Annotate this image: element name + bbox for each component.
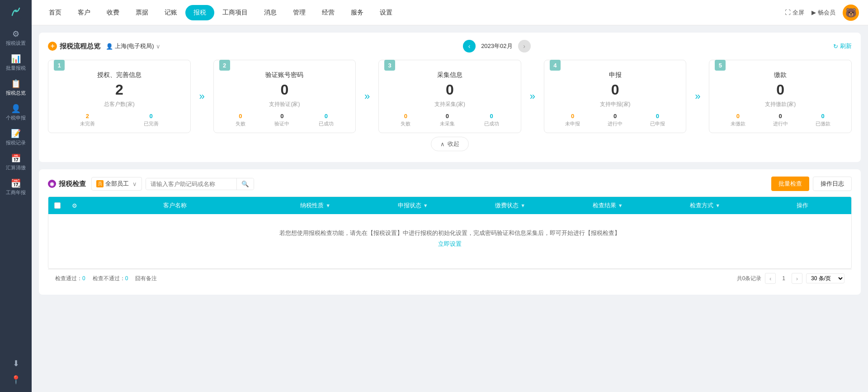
fail-count[interactable]: 0	[125, 275, 128, 282]
stat-declared-4: 0 已申报	[650, 113, 665, 127]
stat-success-3-label: 已成功	[484, 120, 499, 127]
sidebar-item-tax-records[interactable]: 📝 报税记录	[0, 125, 32, 150]
stat-unpaid-5-value: 0	[736, 113, 740, 120]
svg-point-0	[9, 5, 23, 20]
stat-inprogress-5-value: 0	[779, 113, 782, 120]
search-button[interactable]: 🔍	[236, 178, 254, 190]
step-count-1: 2	[56, 82, 183, 98]
main-area: 首页 客户 收费 票据 记账 报税 工商项目 消息 管理 经营 服务 设置 ⛶ …	[32, 0, 868, 392]
process-title-icon: ＋	[48, 42, 57, 51]
table-footer: 检查通过：0 检查不通过：0 囧有备注 共0条记录 ‹ 1 › 30 条/页50…	[48, 269, 852, 287]
total-records: 共0条记录	[737, 275, 762, 282]
filter-icon-4[interactable]: ▼	[618, 203, 623, 208]
pass-count[interactable]: 0	[82, 275, 85, 282]
sidebar-item-tax-settings[interactable]: ⚙ 报税设置	[0, 25, 32, 50]
setup-link[interactable]: 立即设置	[438, 239, 462, 249]
page-content: ＋ 报税流程总览 👤 上海(电子税局) ∨ ‹ 2023年02月 › ↻ 刷新	[32, 25, 868, 392]
sidebar-item-clearing[interactable]: 📅 汇算清缴	[0, 150, 32, 175]
step-number-5: 5	[715, 60, 726, 71]
avatar[interactable]: 🐻	[843, 5, 859, 21]
nav-accounting[interactable]: 记账	[156, 5, 185, 20]
sidebar-item-location[interactable]: 📍	[0, 371, 32, 387]
th-checkbox[interactable]	[48, 197, 66, 214]
staff-filter-select[interactable]: 员 全部员工 ∨	[91, 177, 142, 191]
clearing-icon: 📅	[11, 154, 21, 163]
nav-services[interactable]: 服务	[343, 5, 372, 20]
check-title-icon: ◉	[48, 180, 56, 188]
process-step-5: 5 缴款 0 支持缴款(家) 0 未缴款 0 进行中	[709, 60, 852, 133]
prev-month-button[interactable]: ‹	[463, 40, 476, 53]
th-check-method: 检查方式 ▼	[656, 197, 754, 214]
step-stats-5: 0 未缴款 0 进行中 0 已缴款	[717, 113, 844, 127]
collapse-button[interactable]: ∧ 收起	[431, 137, 469, 151]
stat-uncollected-3: 0 未采集	[440, 113, 455, 127]
stat-declared-4-label: 已申报	[650, 120, 665, 127]
svg-point-1	[14, 10, 17, 12]
collapse-row: ∧ 收起	[48, 133, 852, 155]
stat-undeclared-4-value: 0	[571, 113, 574, 120]
personal-tax-icon: 👤	[11, 105, 21, 113]
step-count-5: 0	[717, 82, 844, 98]
arrow-2: »	[356, 60, 378, 133]
nav-management[interactable]: 管理	[285, 5, 314, 20]
step-title-4: 申报	[552, 71, 679, 79]
sidebar-item-batch-tax[interactable]: 📊 批量报税	[0, 50, 32, 75]
filter-icon-2[interactable]: ▼	[423, 203, 428, 208]
step-count-3: 0	[386, 82, 514, 98]
filter-icon-5[interactable]: ▼	[715, 203, 720, 208]
fullscreen-button[interactable]: ⛶ 全屏	[785, 9, 804, 17]
footer-pagination: 共0条记录 ‹ 1 › 30 条/页50 条/页100 条/页	[737, 273, 844, 284]
sidebar-item-annual-report[interactable]: 📆 工商年报	[0, 175, 32, 200]
nav-settings[interactable]: 设置	[372, 5, 401, 20]
nav-business[interactable]: 工商项目	[214, 5, 256, 20]
nav-invoices[interactable]: 票据	[127, 5, 156, 20]
stat-inprogress-4: 0 进行中	[608, 113, 623, 127]
search-input[interactable]	[146, 178, 236, 190]
nav-clients[interactable]: 客户	[70, 5, 99, 20]
stat-failed-2-label: 失败	[236, 120, 245, 127]
nav-operations[interactable]: 经营	[314, 5, 343, 20]
nav-messages[interactable]: 消息	[256, 5, 285, 20]
member-button[interactable]: ▶ 畅会员	[811, 9, 835, 17]
nav-fees[interactable]: 收费	[99, 5, 127, 20]
download-icon: ⬇	[13, 359, 19, 368]
collapse-up-icon: ∧	[440, 141, 445, 148]
nav-home[interactable]: 首页	[41, 5, 70, 20]
step-count-4: 0	[552, 82, 679, 98]
process-title: ＋ 报税流程总览	[48, 42, 100, 51]
stat-success-2: 0 已成功	[319, 113, 334, 127]
th-pay-status: 缴费状态 ▼	[462, 197, 559, 214]
th-actions: 操作	[754, 197, 852, 214]
next-page-button[interactable]: ›	[792, 273, 802, 284]
filter-icon-1[interactable]: ▼	[326, 203, 330, 208]
process-header: ＋ 报税流程总览 👤 上海(电子税局) ∨ ‹ 2023年02月 › ↻ 刷新	[48, 40, 852, 53]
process-step-4: 4 申报 0 支持申报(家) 0 未申报 0 进行中	[544, 60, 687, 133]
th-settings[interactable]: ⚙	[66, 197, 83, 214]
per-page-select[interactable]: 30 条/页50 条/页100 条/页	[806, 273, 844, 283]
next-month-button[interactable]: ›	[518, 40, 531, 53]
tax-overview-icon: 📋	[11, 80, 21, 88]
sidebar-item-personal-tax[interactable]: 👤 个税申报	[0, 100, 32, 125]
operation-log-button[interactable]: 操作日志	[813, 177, 852, 191]
stat-verifying-2: 0 验证中	[274, 113, 289, 127]
arrow-icon-4: »	[695, 91, 700, 102]
refresh-icon: ↻	[833, 43, 838, 50]
stat-undeclared-4: 0 未申报	[565, 113, 580, 127]
sidebar-logo	[0, 0, 32, 25]
step-stats-1: 2 未完善 0 已完善	[56, 113, 183, 127]
prev-page-button[interactable]: ‹	[765, 273, 776, 284]
header-checkbox[interactable]	[54, 202, 61, 209]
sidebar-item-tax-overview[interactable]: 📋 报税总览	[0, 75, 32, 100]
stat-incomplete-value: 2	[86, 113, 89, 120]
step-subtitle-3: 支持采集(家)	[386, 100, 514, 108]
filter-icon-3[interactable]: ▼	[520, 203, 525, 208]
nav-tax[interactable]: 报税	[185, 5, 214, 20]
refresh-button[interactable]: ↻ 刷新	[833, 42, 852, 50]
fullscreen-icon: ⛶	[785, 9, 791, 16]
step-subtitle-4: 支持申报(家)	[552, 100, 679, 108]
step-subtitle-2: 支持验证(家)	[221, 100, 349, 108]
location-badge[interactable]: 👤 上海(电子税局) ∨	[106, 42, 160, 50]
arrow-icon-3: »	[530, 91, 535, 102]
batch-check-button[interactable]: 批量检查	[771, 177, 809, 191]
sidebar-item-download[interactable]: ⬇	[0, 355, 32, 371]
